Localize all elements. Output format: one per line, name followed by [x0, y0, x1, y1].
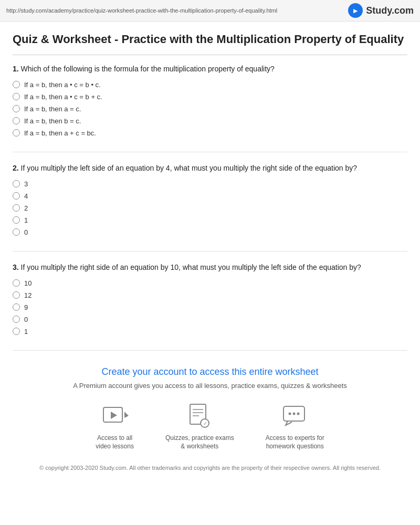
feature-chat: Access to experts forhomework questions: [266, 402, 324, 452]
svg-text:✓: ✓: [203, 421, 207, 426]
question-2-answer-4[interactable]: 1: [13, 216, 407, 224]
radio-q3-a4[interactable]: [13, 316, 20, 323]
answer-label-q3-a2: 12: [24, 291, 32, 299]
question-3-answer-3[interactable]: 9: [13, 303, 407, 311]
answer-label-q3-a1: 10: [24, 279, 32, 287]
main-content: Quiz & Worksheet - Practice with the Mul…: [0, 22, 420, 499]
answer-label-q3-a3: 9: [24, 303, 28, 311]
divider-2: [13, 251, 407, 251]
question-3-text: 3. If you multiply the right side of an …: [13, 262, 407, 273]
feature-quiz: ✓ Quizzes, practice exams& worksheets: [165, 402, 234, 452]
svg-point-10: [288, 412, 291, 415]
cta-section: Create your account to access this entir…: [13, 350, 407, 484]
url-bar: http://study.com/academy/practice/quiz-w…: [6, 7, 277, 14]
svg-point-11: [292, 412, 295, 415]
question-3: 3. If you multiply the right side of an …: [13, 262, 407, 335]
cta-subtitle: A Premium account gives you access to al…: [23, 382, 397, 390]
question-1-answer-3[interactable]: If a = b, then a = c.: [13, 105, 407, 113]
question-1-text: 1. Which of the following is the formula…: [13, 64, 407, 75]
question-2-text: 2. If you multiply the left side of an e…: [13, 163, 407, 174]
logo-text: Study.com: [366, 5, 414, 16]
question-2-answer-3[interactable]: 2: [13, 204, 407, 212]
answer-label-q2-a1: 3: [24, 180, 28, 188]
feature-quiz-label: Quizzes, practice exams& worksheets: [165, 434, 234, 452]
question-1-answer-5[interactable]: If a = b, then a + c = bc.: [13, 129, 407, 137]
radio-q1-a3[interactable]: [13, 105, 20, 112]
svg-marker-2: [111, 412, 117, 419]
page-title: Quiz & Worksheet - Practice with the Mul…: [13, 32, 407, 55]
divider-1: [13, 152, 407, 152]
question-2-answer-1[interactable]: 3: [13, 180, 407, 188]
questions-container: 1. Which of the following is the formula…: [13, 64, 407, 335]
radio-q2-a3[interactable]: [13, 204, 20, 212]
answer-label-q3-a4: 0: [24, 316, 28, 323]
radio-q3-a1[interactable]: [13, 279, 20, 287]
question-1: 1. Which of the following is the formula…: [13, 64, 407, 137]
question-3-answer-2[interactable]: 12: [13, 291, 407, 299]
footer-text: © copyright 2003-2020 Study.com. All oth…: [23, 464, 397, 473]
top-bar: http://study.com/academy/practice/quiz-w…: [0, 0, 420, 22]
radio-q2-a2[interactable]: [13, 192, 20, 200]
answer-label-q2-a3: 2: [24, 204, 28, 212]
question-2-answer-2[interactable]: 4: [13, 192, 407, 200]
question-3-answer-4[interactable]: 0: [13, 316, 407, 323]
answer-label-q1-a5: If a = b, then a + c = bc.: [24, 129, 96, 137]
svg-point-12: [297, 412, 299, 415]
question-3-answer-5[interactable]: 1: [13, 328, 407, 335]
answer-label-q1-a2: If a = b, then a • c = b + c.: [24, 93, 102, 101]
radio-q1-a4[interactable]: [13, 117, 20, 124]
radio-q2-a1[interactable]: [13, 180, 20, 187]
question-1-answer-1[interactable]: If a = b, then a • c = b • c.: [13, 81, 407, 89]
chat-icon: [281, 402, 309, 429]
radio-q1-a1[interactable]: [13, 81, 20, 88]
features-row: Access to allvideo lessons ✓ Quizzes, pr…: [23, 402, 397, 452]
answer-label-q3-a5: 1: [24, 328, 28, 335]
question-1-answer-2[interactable]: If a = b, then a • c = b + c.: [13, 93, 407, 101]
answer-label-q1-a3: If a = b, then a = c.: [24, 105, 81, 113]
radio-q1-a2[interactable]: [13, 93, 20, 100]
question-2: 2. If you multiply the left side of an e…: [13, 163, 407, 236]
svg-marker-1: [124, 412, 129, 418]
answer-label-q1-a1: If a = b, then a • c = b • c.: [24, 81, 101, 89]
logo-icon: ▶: [348, 3, 363, 18]
feature-video-label: Access to allvideo lessons: [96, 434, 134, 452]
question-1-answer-4[interactable]: If a = b, then b = c.: [13, 117, 407, 125]
feature-video: Access to allvideo lessons: [96, 402, 134, 452]
feature-chat-label: Access to experts forhomework questions: [266, 434, 324, 452]
radio-q2-a4[interactable]: [13, 216, 20, 224]
radio-q3-a3[interactable]: [13, 303, 20, 311]
answer-label-q1-a4: If a = b, then b = c.: [24, 117, 81, 125]
quiz-icon: ✓: [186, 402, 213, 429]
video-icon: [101, 402, 129, 429]
answer-label-q2-a4: 1: [24, 216, 28, 224]
question-2-answer-5[interactable]: 0: [13, 228, 407, 236]
answer-label-q2-a5: 0: [24, 228, 28, 236]
radio-q2-a5[interactable]: [13, 228, 20, 236]
question-3-answer-1[interactable]: 10: [13, 279, 407, 287]
radio-q1-a5[interactable]: [13, 129, 20, 136]
radio-q3-a5[interactable]: [13, 328, 20, 335]
radio-q3-a2[interactable]: [13, 291, 20, 299]
logo-area: ▶ Study.com: [348, 3, 414, 18]
cta-title: Create your account to access this entir…: [23, 366, 397, 377]
answer-label-q2-a2: 4: [24, 192, 28, 200]
